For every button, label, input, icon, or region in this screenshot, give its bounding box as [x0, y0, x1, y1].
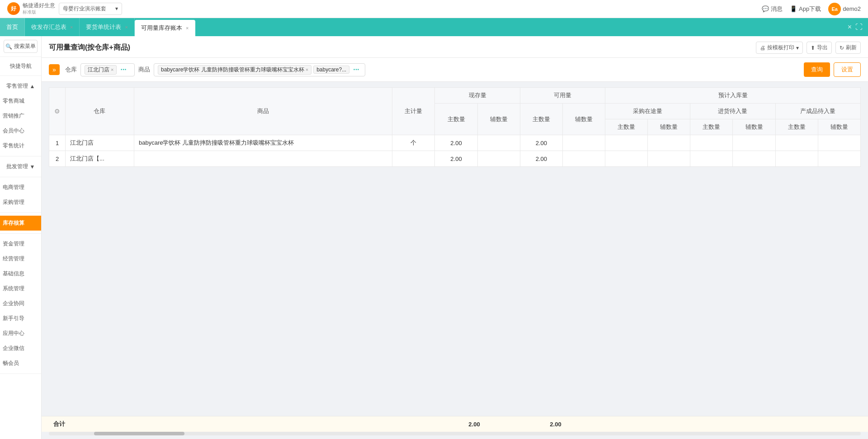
footer-values: 2.00 2.00: [99, 421, 861, 428]
tab-receive[interactable]: 收发存汇总表 ×: [25, 18, 80, 36]
sidebar-item-enterprise-collab[interactable]: 企业协同: [0, 296, 41, 311]
warehouse-filter-container[interactable]: 江北门店 × ···: [80, 63, 135, 76]
sidebar-label-vip-member: 畅会员: [3, 359, 19, 367]
sidebar-item-inventory-check[interactable]: 库存核算: [0, 216, 41, 231]
production-in-header: 产成品待入量: [775, 104, 860, 119]
query-btn[interactable]: 查询: [804, 62, 830, 77]
export-btn[interactable]: ⬆ 导出: [807, 42, 832, 54]
row-available-aux: [562, 135, 605, 151]
sidebar: 🔍 搜索菜单 快捷导航 零售管理 ▲ 零售商城 营销推广 会员中心 零售统计: [0, 36, 42, 439]
sidebar-item-new-guide[interactable]: 新手引导: [0, 311, 41, 326]
sidebar-label-retail-mgmt: 零售管理: [6, 82, 28, 90]
main-layout: 🔍 搜索菜单 快捷导航 零售管理 ▲ 零售商城 营销推广 会员中心 零售统计: [0, 36, 868, 439]
row-production-aux: [818, 135, 860, 151]
footer-stock-main: 2.00: [454, 421, 495, 428]
sidebar-item-quick-nav[interactable]: 快捷导航: [0, 60, 41, 73]
filter-row: 仓库 江北门店 × ··· 商品 babycare学饮杯 儿童防摔防撞吸管杯重力…: [65, 63, 798, 76]
tab-home[interactable]: 首页: [0, 18, 25, 36]
close-order-stats-tab[interactable]: ×: [125, 24, 127, 30]
sidebar-label-retail-stats: 零售统计: [3, 142, 24, 150]
sidebar-item-basic-info[interactable]: 基础信息: [0, 266, 41, 281]
warehouse-tag-jiangbei[interactable]: 江北门店 ×: [85, 65, 117, 75]
product-filter-container[interactable]: babycare学饮杯 儿童防摔防撞吸管杯重力球吸嘴杯宝宝水杯 × babyca…: [154, 63, 365, 76]
close-all-tabs-btn[interactable]: ×: [848, 23, 852, 31]
sidebar-item-member-center[interactable]: 会员中心: [0, 123, 41, 138]
sidebar-item-retail-stats[interactable]: 零售统计: [0, 138, 41, 153]
chevron-icon-wholesale: ▼: [30, 164, 35, 170]
scrollbar-thumb[interactable]: [94, 432, 184, 435]
close-available-inventory-tab[interactable]: ×: [186, 25, 189, 31]
sidebar-item-system-mgmt[interactable]: 系统管理: [0, 281, 41, 296]
horizontal-scrollbar[interactable]: [49, 432, 861, 435]
sidebar-item-finance-mgmt[interactable]: 资金管理: [0, 236, 41, 251]
page-actions: 🖨 按模板打印 ▾ ⬆ 导出 ↻ 刷新: [756, 42, 861, 54]
more-product-icon[interactable]: ···: [351, 66, 361, 74]
logo-sub: 标准版: [23, 9, 55, 15]
app-download-btn[interactable]: 📱 App下载: [790, 5, 821, 13]
sidebar-label-member-center: 会员中心: [3, 127, 24, 135]
table-settings-icon[interactable]: ⚙: [54, 108, 60, 115]
goods-main-header: 主数量: [690, 119, 733, 135]
product-col-header: 商品: [134, 88, 392, 135]
tab-order-stats[interactable]: 要货单统计表 ×: [80, 18, 134, 36]
export-label: 导出: [817, 44, 828, 52]
template-name: 母婴行业演示账套: [63, 5, 106, 13]
production-aux-header: 辅数量: [818, 119, 860, 135]
product-tag-babycare[interactable]: babycare学饮杯 儿童防摔防撞吸管杯重力球吸嘴杯宝宝水杯 ×: [158, 65, 311, 75]
logo-text-area: 畅捷通好生意 标准版: [23, 2, 55, 15]
user-name: demo2: [843, 5, 861, 12]
tab-available-inventory[interactable]: 可用量库存账本 ×: [135, 20, 195, 36]
remove-warehouse-tag-icon[interactable]: ×: [111, 67, 113, 72]
row-stock-main: 2.00: [435, 135, 477, 151]
tab-spacer: [195, 18, 842, 36]
available-inventory-tab-label: 可用量库存账本: [141, 24, 182, 32]
row-production-main: [775, 151, 818, 167]
logo-area: 好 畅捷通好生意 标准版: [7, 2, 55, 15]
sidebar-item-app-center[interactable]: 应用中心: [0, 326, 41, 341]
remove-product-tag-icon[interactable]: ×: [306, 67, 308, 72]
product-tag-babycare2[interactable]: babycare?...: [313, 66, 349, 74]
planned-in-col-header: 预计入库量: [605, 88, 861, 104]
table-row: 2 江北门店【... 2.00 2.00: [49, 151, 861, 167]
sidebar-search-area: 🔍 搜索菜单: [0, 36, 41, 57]
sidebar-item-ecommerce-mgmt[interactable]: 电商管理: [0, 180, 41, 195]
message-label: 消息: [771, 5, 783, 13]
sidebar-section: 零售管理 ▲ 零售商城 营销推广 会员中心 零售统计: [0, 76, 41, 156]
maximize-btn[interactable]: ⛶: [855, 23, 863, 31]
settings-col-header: ⚙: [49, 88, 66, 135]
row-goods-main: [690, 151, 733, 167]
sidebar-label-enterprise-wechat: 企业微信: [3, 345, 24, 352]
search-menu-btn[interactable]: 🔍 搜索菜单: [4, 40, 38, 53]
purchase-aux-header: 辅数量: [648, 119, 690, 135]
user-area[interactable]: Ea demo2: [828, 3, 861, 15]
sidebar-item-retail-mgmt[interactable]: 零售管理 ▲: [0, 79, 41, 94]
template-selector[interactable]: 母婴行业演示账套 ▾: [59, 3, 122, 15]
sidebar-item-enterprise-wechat[interactable]: 企业微信: [0, 341, 41, 356]
more-warehouse-icon[interactable]: ···: [118, 66, 128, 74]
print-btn[interactable]: 🖨 按模板打印 ▾: [756, 42, 803, 54]
sidebar-label-ecommerce-mgmt: 电商管理: [3, 184, 24, 191]
sidebar-item-marketing[interactable]: 营销推广: [0, 109, 41, 123]
messages-btn[interactable]: 💬 消息: [762, 5, 783, 13]
row-available-main: 2.00: [520, 135, 562, 151]
inventory-table: ⚙ 仓库 商品 主计量 现存量: [49, 87, 861, 167]
sidebar-label-new-guide: 新手引导: [3, 315, 24, 322]
sidebar-section-inventory: 库存核算: [0, 213, 41, 234]
close-receive-tab[interactable]: ×: [70, 24, 73, 30]
filter-expand-btn[interactable]: »: [49, 64, 60, 75]
sidebar-item-ops-mgmt[interactable]: 经营管理: [0, 251, 41, 266]
row-purchase-main: [605, 151, 648, 167]
sidebar-item-retail-mall[interactable]: 零售商城: [0, 94, 41, 109]
search-menu-label: 搜索菜单: [14, 42, 36, 50]
sidebar-label-finance-mgmt: 资金管理: [3, 240, 24, 248]
app-icon: 📱: [790, 5, 797, 12]
sidebar-item-vip-member[interactable]: 畅会员: [0, 356, 41, 371]
refresh-btn[interactable]: ↻ 刷新: [835, 42, 861, 54]
sidebar-label-purchase-mgmt: 采购管理: [3, 198, 24, 206]
sidebar-item-wholesale-mgmt[interactable]: 批发管理 ▼: [0, 159, 41, 174]
sidebar-item-purchase-mgmt[interactable]: 采购管理: [0, 195, 41, 210]
row-warehouse: 江北门店【...: [66, 151, 134, 167]
row-product: [134, 151, 392, 167]
product-tag-label2: babycare?...: [316, 66, 346, 73]
setting-btn[interactable]: 设置: [834, 62, 861, 77]
